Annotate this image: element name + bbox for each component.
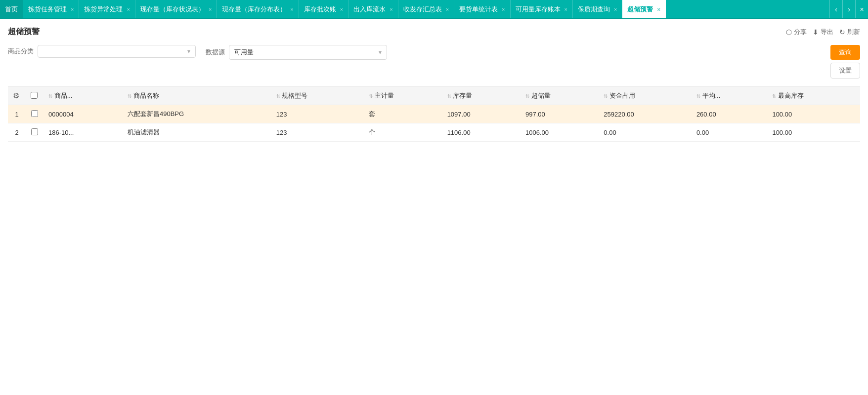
nav-label-8: 要货单统计表 — [459, 5, 498, 14]
nav-item-6[interactable]: 出入库流水 × — [348, 0, 398, 18]
filter-datasource: 数据源 可用量 ▾ — [206, 45, 387, 60]
nav-label-1: 拣货任务管理 — [28, 5, 67, 14]
sort-icon-sku: ⇅ — [48, 93, 52, 99]
nav-item-5[interactable]: 库存批次账 × — [299, 0, 348, 18]
nav-item-9[interactable]: 可用量库存账本 × — [511, 0, 573, 18]
table-header-avg[interactable]: ⇅ 平均... — [692, 87, 768, 105]
close-icon-5[interactable]: × — [340, 6, 343, 12]
row-check-0[interactable] — [31, 110, 38, 117]
query-button[interactable]: 查询 — [830, 45, 860, 60]
row-capital-0: 259220.00 — [599, 105, 692, 123]
row-spec-1: 123 — [271, 123, 364, 142]
datasource-value: 可用量 — [234, 48, 254, 57]
table-header-overstock[interactable]: ⇅ 超储量 — [521, 87, 599, 105]
row-check-1[interactable] — [31, 128, 38, 135]
share-icon: ⬡ — [786, 28, 792, 36]
row-overstock-0: 997.00 — [521, 105, 599, 123]
nav-arrows: ‹ › × — [829, 0, 868, 19]
header-actions: ⬡ 分享 ⬇ 导出 ↻ 刷新 — [786, 28, 860, 37]
nav-item-4[interactable]: 现存量（库存分布表） × — [217, 0, 299, 18]
table-header-spec[interactable]: ⇅ 规格型号 — [271, 87, 364, 105]
row-name-0: 六配套新昌490BPG — [123, 105, 271, 123]
table-header-row: ⚙ ⇅ 商品... ⇅ 商品名称 ⇅ 规格型号 ⇅ — [8, 87, 860, 105]
row-stock-1: 1106.00 — [442, 123, 521, 142]
row-avg-1: 0.00 — [692, 123, 768, 142]
table-header-sku[interactable]: ⇅ 商品... — [43, 87, 123, 105]
nav-item-8[interactable]: 要货单统计表 × — [454, 0, 510, 18]
page-container: 超储预警 ⬡ 分享 ⬇ 导出 ↻ 刷新 商品分类 ▾ 数据源 — [0, 19, 868, 395]
chevron-down-icon-2: ▾ — [379, 49, 382, 56]
nav-item-1[interactable]: 拣货任务管理 × — [23, 0, 79, 18]
nav-label-home: 首页 — [5, 5, 18, 14]
close-icon-3[interactable]: × — [209, 6, 212, 12]
row-spec-0: 123 — [271, 105, 364, 123]
page-title: 超储预警 — [8, 27, 40, 37]
close-icon-4[interactable]: × — [290, 6, 293, 12]
nav-item-home[interactable]: 首页 — [0, 0, 23, 18]
close-icon-10[interactable]: × — [614, 6, 617, 12]
close-icon-8[interactable]: × — [502, 6, 505, 12]
sort-icon-stock: ⇅ — [447, 93, 451, 99]
row-overstock-1: 1006.00 — [521, 123, 599, 142]
close-icon-7[interactable]: × — [446, 6, 449, 12]
row-capital-1: 0.00 — [599, 123, 692, 142]
row-num-1: 2 — [8, 123, 26, 142]
table-header-checkbox — [26, 87, 43, 105]
close-icon-2[interactable]: × — [127, 6, 130, 12]
share-label: 分享 — [794, 28, 807, 37]
sort-icon-unit: ⇅ — [369, 93, 373, 99]
filter-category: 商品分类 ▾ — [8, 45, 196, 58]
sort-icon-name: ⇅ — [128, 93, 131, 99]
table-row: 2 186-10... 机油滤清器 123 个 1106.00 1006.00 … — [8, 123, 860, 142]
sort-icon-max: ⇅ — [772, 93, 776, 99]
sort-icon-avg: ⇅ — [696, 93, 700, 99]
close-icon-active[interactable]: × — [657, 6, 660, 12]
row-sku-1: 186-10... — [43, 123, 123, 142]
nav-label-4: 现存量（库存分布表） — [222, 5, 286, 14]
data-table: ⚙ ⇅ 商品... ⇅ 商品名称 ⇅ 规格型号 ⇅ — [8, 86, 860, 142]
row-max-1: 100.00 — [767, 123, 860, 142]
row-unit-0: 套 — [364, 105, 442, 123]
category-select[interactable]: ▾ — [38, 45, 196, 58]
nav-label-7: 收发存汇总表 — [403, 5, 442, 14]
share-button[interactable]: ⬡ 分享 — [786, 28, 807, 37]
table-header-stock[interactable]: ⇅ 库存量 — [442, 87, 521, 105]
datasource-select[interactable]: 可用量 ▾ — [229, 45, 387, 60]
sort-icon-spec: ⇅ — [276, 93, 280, 99]
nav-close-button[interactable]: × — [855, 0, 868, 19]
nav-label-6: 出入库流水 — [353, 5, 386, 14]
select-all-checkbox[interactable] — [31, 92, 38, 99]
row-stock-0: 1097.00 — [442, 105, 521, 123]
table-row: 1 0000004 六配套新昌490BPG 123 套 1097.00 997.… — [8, 105, 860, 123]
row-max-0: 100.00 — [767, 105, 860, 123]
table-header-name[interactable]: ⇅ 商品名称 — [123, 87, 271, 105]
nav-next-button[interactable]: › — [842, 0, 855, 19]
nav-item-10[interactable]: 保质期查询 × — [573, 0, 622, 18]
row-checkbox-0[interactable] — [26, 105, 43, 123]
gear-icon-button[interactable]: ⚙ — [13, 91, 19, 100]
close-icon-9[interactable]: × — [564, 6, 567, 12]
table-header-max[interactable]: ⇅ 最高库存 — [767, 87, 860, 105]
sort-icon-overstock: ⇅ — [525, 93, 529, 99]
row-checkbox-1[interactable] — [26, 123, 43, 142]
sort-icon-capital: ⇅ — [604, 93, 608, 99]
table-header-capital[interactable]: ⇅ 资金占用 — [599, 87, 692, 105]
export-button[interactable]: ⬇ 导出 — [813, 28, 833, 37]
refresh-button[interactable]: ↻ 刷新 — [839, 28, 860, 37]
page-header: 超储预警 ⬡ 分享 ⬇ 导出 ↻ 刷新 — [8, 27, 860, 37]
chevron-down-icon: ▾ — [187, 48, 190, 55]
close-icon-1[interactable]: × — [71, 6, 74, 12]
table-header-unit[interactable]: ⇅ 主计量 — [364, 87, 442, 105]
row-avg-0: 260.00 — [692, 105, 768, 123]
nav-item-2[interactable]: 拣货异常处理 × — [79, 0, 135, 18]
nav-prev-button[interactable]: ‹ — [829, 0, 842, 19]
nav-item-3[interactable]: 现存量（库存状况表） × — [135, 0, 217, 18]
row-name-1: 机油滤清器 — [123, 123, 271, 142]
nav-item-active[interactable]: 超储预警 × — [622, 0, 665, 18]
settings-button[interactable]: 设置 — [830, 63, 860, 79]
refresh-icon: ↻ — [839, 28, 845, 36]
close-icon-6[interactable]: × — [390, 6, 392, 12]
row-num-0: 1 — [8, 105, 26, 123]
nav-item-7[interactable]: 收发存汇总表 × — [398, 0, 454, 18]
export-icon: ⬇ — [813, 28, 819, 36]
